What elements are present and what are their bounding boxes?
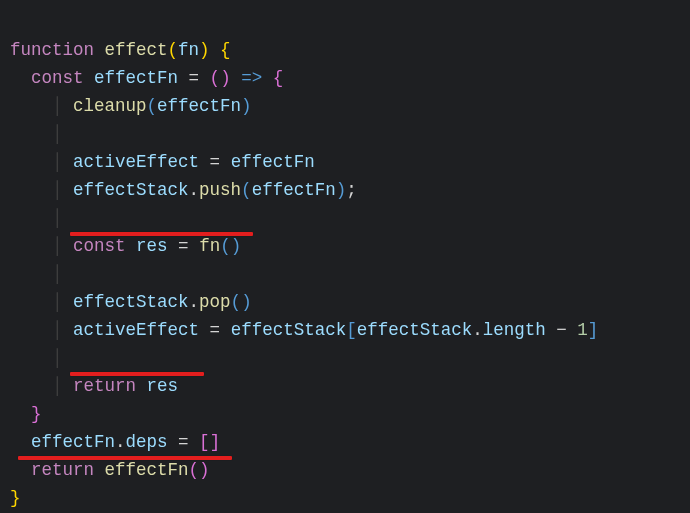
code-line-17: } xyxy=(10,488,21,508)
highlight-underline-3 xyxy=(18,456,232,460)
code-line-3: │ cleanup(effectFn) xyxy=(10,96,252,116)
code-line-10: │ effectStack.pop() xyxy=(10,292,252,312)
code-line-2: const effectFn = () => { xyxy=(10,68,283,88)
highlight-underline-1 xyxy=(70,232,253,236)
code-line-15: effectFn.deps = [] xyxy=(10,432,220,452)
code-line-14: } xyxy=(10,404,42,424)
code-line-9: │ xyxy=(10,264,63,284)
code-line-8: │ const res = fn() xyxy=(10,236,241,256)
code-line-11: │ activeEffect = effectStack[effectStack… xyxy=(10,320,598,340)
code-line-1: function effect(fn) { xyxy=(10,40,231,60)
code-block: function effect(fn) { const effectFn = (… xyxy=(0,0,690,513)
highlight-underline-2 xyxy=(70,372,204,376)
code-line-16: return effectFn() xyxy=(10,460,210,480)
code-line-6: │ effectStack.push(effectFn); xyxy=(10,180,357,200)
code-line-5: │ activeEffect = effectFn xyxy=(10,152,315,172)
code-line-7: │ xyxy=(10,208,63,228)
code-line-12: │ xyxy=(10,348,63,368)
code-line-13: │ return res xyxy=(10,376,178,396)
code-line-4: │ xyxy=(10,124,63,144)
